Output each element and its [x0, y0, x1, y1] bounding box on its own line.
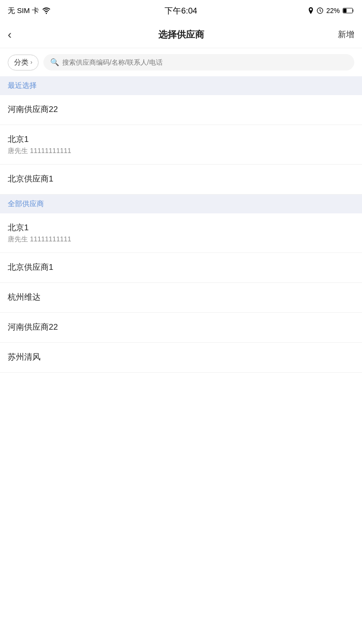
no-sim-text: 无 SIM 卡 [8, 6, 39, 15]
recent-section-header: 最近选择 [0, 76, 362, 95]
location-icon [308, 7, 314, 14]
chevron-right-icon: › [30, 59, 32, 66]
alarm-icon [317, 7, 323, 14]
battery-icon [343, 8, 354, 14]
recent-items-list: 河南供应商22北京1唐先生 11111111111北京供应商1 [0, 95, 362, 195]
item-name: 河南供应商22 [8, 322, 354, 333]
add-button[interactable]: 新增 [338, 29, 354, 40]
list-item[interactable]: 北京供应商1 [0, 165, 362, 195]
wifi-icon [42, 7, 51, 14]
status-right: 22% [308, 7, 354, 14]
item-name: 苏州清风 [8, 351, 354, 363]
nav-bar: ‹ 选择供应商 新增 [0, 21, 362, 48]
back-button[interactable]: ‹ [8, 28, 27, 42]
status-bar: 无 SIM 卡 下午6:04 22% [0, 0, 362, 21]
page-title: 选择供应商 [158, 28, 204, 41]
item-sub: 唐先生 11111111111 [8, 235, 354, 244]
item-name: 杭州维达 [8, 292, 354, 303]
list-item[interactable]: 河南供应商22 [0, 313, 362, 343]
item-name: 北京供应商1 [8, 262, 354, 273]
battery-text: 22% [326, 7, 340, 14]
search-bar: 分类 › 🔍 [0, 48, 362, 76]
item-name: 河南供应商22 [8, 104, 354, 115]
list-item[interactable]: 河南供应商22 [0, 95, 362, 125]
list-item[interactable]: 北京供应商1 [0, 253, 362, 283]
list-item[interactable]: 北京1唐先生 11111111111 [0, 125, 362, 165]
recent-section-label: 最近选择 [8, 81, 37, 89]
category-label: 分类 [14, 58, 28, 67]
status-left: 无 SIM 卡 [8, 6, 51, 15]
all-section-header: 全部供应商 [0, 195, 362, 213]
list-item[interactable]: 苏州清风 [0, 343, 362, 373]
svg-rect-2 [343, 9, 346, 13]
category-button[interactable]: 分类 › [8, 55, 39, 70]
search-input[interactable] [62, 58, 348, 66]
all-items-list: 北京1唐先生 11111111111北京供应商1杭州维达河南供应商22苏州清风 [0, 213, 362, 373]
search-input-wrap[interactable]: 🔍 [43, 54, 354, 70]
item-sub: 唐先生 11111111111 [8, 147, 354, 155]
list-item[interactable]: 北京1唐先生 11111111111 [0, 213, 362, 253]
status-time: 下午6:04 [165, 5, 197, 16]
item-name: 北京1 [8, 222, 354, 233]
item-name: 北京供应商1 [8, 173, 354, 184]
search-icon: 🔍 [50, 58, 59, 67]
list-item[interactable]: 杭州维达 [0, 283, 362, 313]
item-name: 北京1 [8, 134, 354, 145]
all-section-label: 全部供应商 [8, 199, 44, 208]
